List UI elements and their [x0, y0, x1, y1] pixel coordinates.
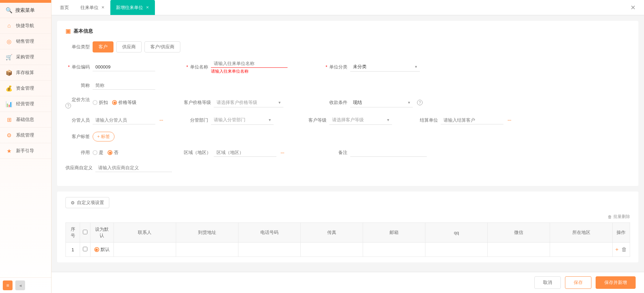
- phone-input[interactable]: [241, 245, 298, 254]
- supplier-custom-input[interactable]: [95, 164, 172, 172]
- chevron-down-icon: ▾: [269, 117, 271, 122]
- email-input[interactable]: [366, 245, 422, 254]
- sidebar-item-finance[interactable]: 💰 资金管理: [0, 81, 51, 96]
- tab-contacts[interactable]: 往来单位 ✕: [75, 0, 110, 15]
- add-tag-button[interactable]: + 标签: [93, 132, 115, 141]
- region-field: 区域（地区） ···: [184, 148, 316, 157]
- col-region: 所在地区: [550, 223, 612, 243]
- fax-input[interactable]: [304, 245, 360, 254]
- sidebar-item-purchase[interactable]: 🛒 采购管理: [0, 49, 51, 65]
- unit-name-input[interactable]: [211, 59, 288, 68]
- supplier-btn[interactable]: 供应商: [116, 41, 142, 52]
- row-qq[interactable]: [425, 243, 488, 257]
- col-address: 到货地址: [176, 223, 238, 243]
- delete-row-button[interactable]: 🗑: [621, 246, 627, 253]
- row-fax[interactable]: [300, 243, 363, 257]
- pricing-discount-radio[interactable]: [93, 100, 97, 105]
- short-name-input[interactable]: [93, 81, 155, 90]
- payment-help-icon[interactable]: ?: [417, 100, 423, 105]
- settlement-input[interactable]: [441, 116, 503, 124]
- sidebar-collapse-icon[interactable]: ◂: [15, 280, 25, 290]
- contact-input[interactable]: [117, 245, 173, 254]
- settlement-more-icon[interactable]: ···: [506, 117, 513, 123]
- row-checkbox[interactable]: [83, 247, 87, 251]
- sidebar-item-quick-nav[interactable]: ⌂ 快捷导航: [0, 18, 51, 34]
- sidebar-item-sales[interactable]: ◎ 销售管理: [0, 34, 51, 49]
- default-radio-option[interactable]: 默认: [94, 246, 110, 253]
- select-all-checkbox[interactable]: [83, 230, 87, 234]
- disabled-no-radio[interactable]: [108, 150, 112, 155]
- row-email[interactable]: [363, 243, 425, 257]
- tab-new-contact-close[interactable]: ✕: [146, 5, 149, 10]
- unit-code-input[interactable]: [93, 63, 155, 71]
- department-select[interactable]: 请输入分管部门 ▾: [211, 115, 274, 125]
- tab-home[interactable]: 首页: [54, 0, 75, 15]
- unit-code-field: * 单位编码: [65, 63, 177, 71]
- pricing-discount-option[interactable]: 折扣: [93, 99, 108, 106]
- row-region[interactable]: [550, 243, 612, 257]
- unit-type-field: 单位类型 客户 供应商 客户/供应商: [65, 41, 180, 52]
- row-index: 1: [66, 243, 80, 257]
- code-name-category-row: * 单位编码 * 单位名称 请输入往来单位名称: [65, 59, 630, 74]
- cancel-button[interactable]: 取消: [534, 276, 561, 289]
- manager-input[interactable]: [93, 116, 155, 124]
- row-wechat[interactable]: [488, 243, 550, 257]
- custom-settings-button[interactable]: ⚙ 自定义项设置: [65, 197, 109, 208]
- col-contact: 联系人: [113, 223, 176, 243]
- tab-new-contact[interactable]: 新增往来单位 ✕: [110, 0, 155, 15]
- sidebar-search[interactable]: 🔍 搜索菜单: [0, 3, 51, 18]
- row-address[interactable]: [176, 243, 238, 257]
- save-button[interactable]: 保存: [565, 276, 591, 289]
- unit-category-required: *: [325, 64, 327, 70]
- manager-row: 分管人员 ··· 分管部门 请输入分管部门 ▾ 客户等级 请选择客户等级 ▾: [65, 115, 630, 125]
- pricing-level-option[interactable]: 价格等级: [112, 99, 136, 106]
- settlement-label: 结算单位: [414, 117, 438, 123]
- payment-terms-select[interactable]: 现结 ▾: [350, 98, 413, 107]
- region-input[interactable]: [214, 148, 276, 157]
- customer-btn[interactable]: 客户: [93, 41, 113, 52]
- disabled-yes-option[interactable]: 是: [93, 149, 103, 156]
- region-row-input[interactable]: [553, 245, 609, 254]
- bulk-delete-button[interactable]: 🗑 批量删除: [608, 214, 630, 220]
- disabled-radio-group: 是 否: [93, 149, 118, 156]
- customer-level-select[interactable]: 请选择客户等级 ▾: [329, 115, 392, 125]
- manager-field: 分管人员 ···: [65, 116, 177, 124]
- sidebar-item-operations[interactable]: 📊 经营管理: [0, 96, 51, 112]
- both-btn[interactable]: 客户/供应商: [144, 41, 180, 52]
- disabled-yes-radio[interactable]: [93, 150, 97, 155]
- pricing-help-icon[interactable]: ?: [65, 103, 71, 108]
- sidebar-expand-icon[interactable]: ≡: [3, 280, 13, 290]
- sidebar-item-guide[interactable]: ★ 新手引导: [0, 143, 51, 159]
- wechat-input[interactable]: [490, 245, 547, 254]
- customer-price-select[interactable]: 请选择客户价格等级 ▾: [214, 98, 283, 107]
- window-close-button[interactable]: ✕: [625, 0, 641, 15]
- save-and-new-button[interactable]: 保存并新增: [596, 276, 636, 289]
- tab-bar: 首页 往来单位 ✕ 新增往来单位 ✕ ✕: [52, 0, 644, 15]
- gear-icon: ⚙: [71, 200, 75, 205]
- note-input[interactable]: [350, 148, 427, 157]
- col-qq: qq: [425, 223, 488, 243]
- pricing-level-radio[interactable]: [112, 100, 117, 105]
- pricing-radio-group: 折扣 价格等级: [93, 99, 136, 106]
- system-icon: ⚙: [6, 132, 13, 139]
- unit-category-select[interactable]: 未分类 ▾: [350, 62, 420, 72]
- default-radio-circle[interactable]: [94, 247, 99, 252]
- tab-contacts-close[interactable]: ✕: [101, 5, 104, 10]
- manager-more-icon[interactable]: ···: [158, 117, 165, 123]
- region-more-icon[interactable]: ···: [279, 150, 286, 155]
- sidebar-item-system[interactable]: ⚙ 系统管理: [0, 128, 51, 143]
- qq-input[interactable]: [428, 245, 485, 254]
- unit-name-label: * 单位名称: [184, 64, 208, 70]
- delete-icon: 🗑: [608, 214, 612, 219]
- sidebar-item-inventory[interactable]: 📦 库存核算: [0, 65, 51, 81]
- add-row-button[interactable]: +: [615, 246, 619, 253]
- address-input[interactable]: [179, 245, 235, 254]
- tab-contacts-label: 往来单位: [80, 5, 99, 11]
- row-contact[interactable]: [113, 243, 176, 257]
- table-body: 1 默认: [66, 243, 630, 257]
- disabled-no-option[interactable]: 否: [108, 149, 118, 156]
- supplier-custom-label: 供应商自定义: [65, 165, 93, 171]
- sidebar-item-basic-info[interactable]: ⊞ 基础信息: [0, 112, 51, 128]
- row-phone[interactable]: [238, 243, 300, 257]
- tab-new-contact-label: 新增往来单位: [116, 5, 143, 11]
